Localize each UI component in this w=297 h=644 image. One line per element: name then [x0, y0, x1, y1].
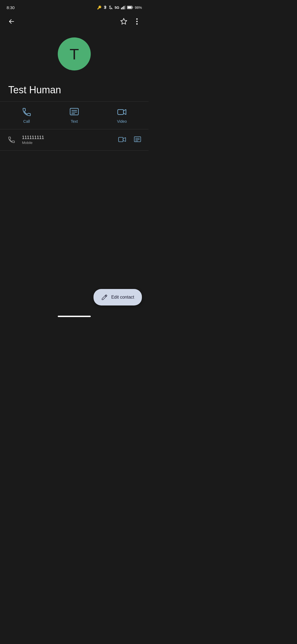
- divider-bottom: [0, 150, 148, 151]
- call-icon: [22, 107, 32, 117]
- signal-icon: [121, 6, 125, 9]
- network-indicator: 5G: [115, 6, 119, 10]
- contact-name-section: Test Human: [0, 76, 148, 101]
- svg-rect-14: [118, 110, 123, 114]
- video-label: Video: [117, 119, 127, 124]
- home-bar: [58, 316, 91, 317]
- inline-video-icon: [118, 137, 126, 143]
- more-icon: [136, 18, 138, 25]
- edit-contact-label: Edit contact: [111, 295, 134, 300]
- nav-right-actions: [118, 15, 143, 28]
- battery-icon: [127, 6, 133, 9]
- svg-point-8: [136, 21, 138, 22]
- star-icon: [120, 18, 127, 25]
- phone-row[interactable]: 111111111 Mobile: [0, 129, 148, 150]
- contact-name: Test Human: [8, 84, 140, 96]
- call-label: Call: [23, 119, 30, 124]
- key-icon: 🔑: [97, 6, 101, 10]
- phone-number: 111111111: [22, 135, 112, 140]
- text-label: Text: [71, 119, 78, 124]
- svg-rect-6: [128, 6, 132, 9]
- nav-bar: [0, 14, 148, 29]
- phone-video-button[interactable]: [117, 135, 128, 145]
- inline-text-icon: [134, 136, 141, 143]
- avatar: T: [58, 37, 91, 70]
- edit-contact-fab[interactable]: Edit contact: [94, 289, 142, 305]
- back-icon: [8, 18, 15, 25]
- status-bar: 8:30 🔑 5G 98%: [0, 0, 148, 14]
- video-icon: [117, 107, 127, 117]
- svg-rect-4: [125, 6, 125, 9]
- svg-rect-15: [119, 137, 123, 141]
- bell-muted-icon: [109, 5, 113, 10]
- phone-icon: [8, 136, 15, 144]
- svg-rect-3: [123, 6, 124, 9]
- phone-inline-actions: [117, 134, 143, 146]
- pencil-icon: [101, 294, 108, 301]
- battery-percent: 98%: [135, 6, 142, 10]
- phone-info: 111111111 Mobile: [22, 135, 112, 145]
- video-action-button[interactable]: Video: [98, 107, 146, 124]
- avatar-initial: T: [70, 45, 79, 63]
- svg-point-7: [136, 18, 138, 20]
- avatar-section: T: [0, 29, 148, 76]
- status-time: 8:30: [7, 5, 15, 10]
- back-button[interactable]: [6, 15, 18, 28]
- status-icons: 🔑 5G 98%: [97, 5, 142, 10]
- favorite-button[interactable]: [118, 15, 130, 28]
- action-row: Call Text Video: [0, 102, 148, 129]
- svg-point-9: [136, 23, 138, 25]
- more-options-button[interactable]: [131, 15, 143, 28]
- text-icon: [69, 107, 79, 117]
- bluetooth-icon: [103, 5, 107, 10]
- call-action-button[interactable]: Call: [3, 107, 50, 124]
- phone-text-button[interactable]: [132, 134, 143, 146]
- text-action-button[interactable]: Text: [50, 107, 98, 124]
- svg-rect-2: [122, 7, 123, 9]
- phone-type: Mobile: [22, 141, 112, 145]
- svg-rect-1: [121, 8, 122, 9]
- phone-row-icon: [6, 134, 18, 146]
